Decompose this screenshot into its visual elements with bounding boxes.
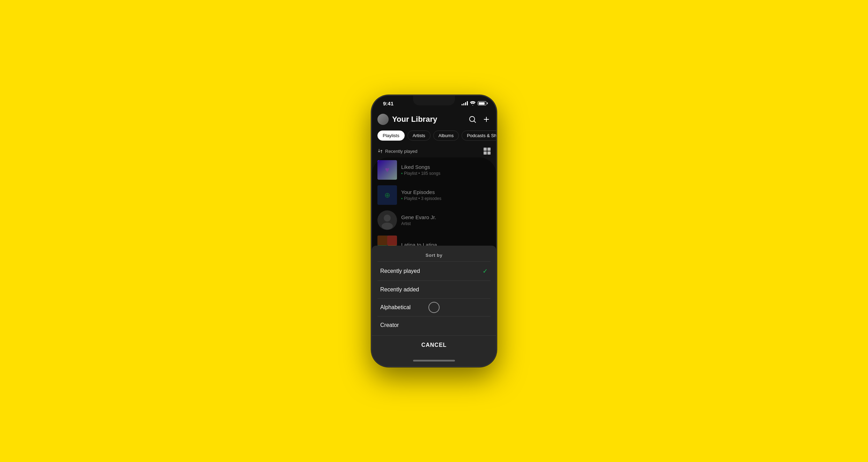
sheet-title: Sort by — [372, 246, 496, 261]
signal-icon — [462, 101, 468, 105]
sort-arrows-icon — [377, 148, 383, 154]
sort-option-alphabetical[interactable]: Alphabetical — [372, 299, 496, 316]
add-icon[interactable] — [482, 115, 491, 124]
status-time: 9:41 — [383, 100, 393, 106]
sort-option-recently-played[interactable]: Recently played ✓ — [372, 262, 496, 281]
status-icons — [462, 101, 486, 105]
sort-option-recently-added[interactable]: Recently added — [372, 281, 496, 298]
search-icon[interactable] — [468, 115, 477, 124]
cancel-button[interactable]: CANCEL — [372, 335, 496, 355]
notch — [413, 96, 455, 105]
header: Your Library — [372, 111, 496, 128]
battery-icon — [478, 101, 486, 105]
wifi-icon — [470, 101, 476, 105]
tab-artists[interactable]: Artists — [407, 131, 431, 141]
filter-tabs: Playlists Artists Albums Podcasts & Sho — [372, 128, 496, 145]
home-indicator — [372, 355, 496, 366]
sort-label[interactable]: Recently played — [377, 148, 418, 154]
header-actions — [468, 115, 491, 124]
sort-bottom-sheet: Sort by Recently played ✓ Recently added… — [372, 246, 496, 366]
avatar[interactable] — [377, 114, 389, 125]
tab-albums[interactable]: Albums — [433, 131, 459, 141]
tab-podcasts[interactable]: Podcasts & Sho — [462, 131, 496, 141]
sort-current: Recently played — [385, 149, 418, 154]
home-bar — [413, 360, 455, 362]
sort-option-creator[interactable]: Creator — [372, 316, 496, 334]
phone-frame: 9:41 — [371, 95, 497, 367]
svg-line-1 — [474, 121, 476, 123]
status-bar: 9:41 — [372, 96, 496, 111]
checkmark-icon: ✓ — [483, 267, 488, 275]
touch-indicator — [428, 302, 440, 313]
sort-bar[interactable]: Recently played — [372, 145, 496, 157]
tab-playlists[interactable]: Playlists — [377, 131, 405, 141]
page-title: Your Library — [392, 115, 437, 124]
grid-view-icon[interactable] — [484, 148, 491, 155]
